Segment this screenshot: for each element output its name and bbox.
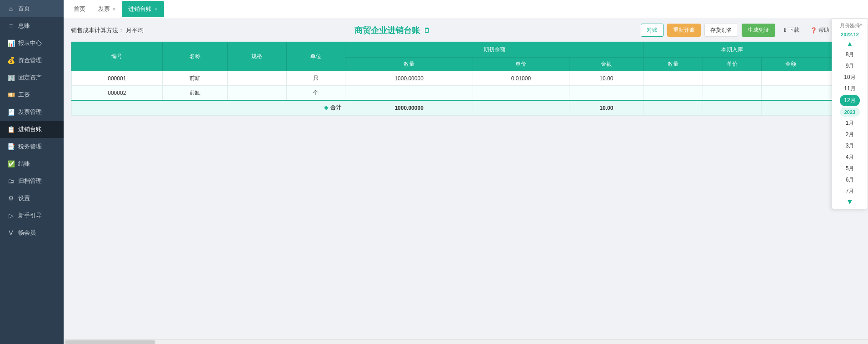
sidebar-item-label: 税务管理 (18, 143, 42, 151)
maximize-button[interactable]: ⤢ (857, 22, 863, 29)
help-label: 帮助 (818, 26, 829, 34)
cell-name: 前缸 (162, 86, 227, 101)
sidebar-item-jinxiao[interactable]: 📋 进销台账 (0, 121, 64, 138)
table-row: 000001 前缸 只 1000.00000 0.01000 10.00 (72, 71, 860, 86)
cell-inbound-amount (762, 86, 820, 101)
dui-zhang-button[interactable]: 对账 (641, 24, 663, 37)
cell-inbound-amount (762, 71, 820, 86)
total-inbound-amount (762, 100, 820, 115)
tabs-bar: 首页 发票 × 进销台账 × (64, 0, 868, 18)
sidebar-item-member[interactable]: V 畅会员 (0, 224, 64, 241)
sidebar-item-label: 资金管理 (18, 56, 42, 64)
total-opening-qty: 1000.00000 (345, 100, 473, 115)
scrollbar-thumb[interactable] (65, 340, 155, 344)
col-header-opening: 期初余额 (345, 42, 644, 58)
tab-invoice-label: 发票 (98, 5, 110, 13)
total-icon: ◈ (324, 104, 328, 111)
ledger-icon: ≡ (7, 22, 15, 29)
month-item-2023-6[interactable]: 6月 (832, 174, 868, 186)
cell-opening-amount (569, 86, 644, 101)
cell-inbound-qty (644, 86, 703, 101)
month-nav-up[interactable]: ▲ (846, 39, 853, 49)
month-item-12[interactable]: 12月 (840, 95, 860, 106)
tab-invoice[interactable]: 发票 × (92, 1, 122, 17)
cost-method: 销售成本计算方法： 月平均 (71, 26, 144, 34)
tax-icon: 📑 (7, 143, 15, 150)
window-controls: × ⤢ (850, 22, 863, 29)
total-opening-amount: 10.00 (569, 100, 644, 115)
cell-opening-qty (345, 86, 473, 101)
col-header-inbound: 本期入库 (644, 42, 820, 58)
sidebar-item-settle[interactable]: ✅ 结账 (0, 155, 64, 172)
download-button[interactable]: ⬇ 下载 (779, 24, 803, 36)
sidebar-item-report[interactable]: 📊 报表中心 (0, 34, 64, 52)
tab-invoice-close[interactable]: × (113, 6, 115, 12)
sidebar-item-funds[interactable]: 💰 资金管理 (0, 52, 64, 69)
sidebar-item-archive[interactable]: 🗂 归档管理 (0, 172, 64, 190)
tab-jinxiao-close[interactable]: × (155, 6, 157, 12)
cell-id: 000001 (72, 71, 163, 86)
horizontal-scrollbar[interactable] (64, 339, 868, 344)
tab-jinxiao[interactable]: 进销台账 × (122, 1, 164, 17)
table-total-row: ◈ 合计 1000.00000 10.00 (72, 100, 860, 115)
generate-voucher-button[interactable]: 生成凭证 (742, 24, 775, 37)
month-nav-down[interactable]: ▼ (846, 197, 853, 207)
sidebar-item-wages[interactable]: 💴 工资 (0, 86, 64, 103)
cell-inbound-price (703, 71, 761, 86)
month-item-2023-2[interactable]: 2月 (832, 129, 868, 140)
sidebar-item-home[interactable]: ⌂ 首页 (0, 0, 64, 17)
month-item-2023-7[interactable]: 7月 (832, 186, 868, 197)
month-item-8[interactable]: 8月 (832, 49, 868, 60)
col-header-name: 名称 (162, 42, 227, 71)
month-item-2023-4[interactable]: 4月 (832, 152, 868, 163)
help-button[interactable]: ❓ 帮助 (807, 24, 833, 36)
toolbar: 对账 重新开账 存货别名 生成凭证 ⬇ 下载 ❓ 帮助 ↻ 刷新 (641, 24, 861, 37)
cell-name: 前缸 (162, 71, 227, 86)
download-label: 下载 (788, 26, 799, 34)
month-item-2023-5[interactable]: 5月 (832, 163, 868, 174)
cell-opening-amount: 10.00 (569, 71, 644, 86)
invoice-icon: 🧾 (7, 108, 15, 116)
month-item-11[interactable]: 11月 (832, 83, 868, 94)
total-inbound-price (703, 100, 761, 115)
year-2023-label: 2023 (840, 108, 860, 117)
tab-home[interactable]: 首页 (67, 1, 92, 17)
sidebar-item-label: 设置 (18, 194, 30, 202)
sidebar-item-invoice[interactable]: 🧾 发票管理 (0, 103, 64, 121)
sidebar-item-tax[interactable]: 📑 税务管理 (0, 138, 64, 155)
total-opening-price (473, 100, 569, 115)
archive-icon: 🗂 (7, 177, 15, 185)
info-icon[interactable]: 🗒 (424, 27, 430, 34)
col-sub-opening-amount: 金额 (569, 58, 644, 71)
page-title-area: 商贸企业进销台账 🗒 (354, 25, 430, 36)
save-alias-button[interactable]: 存货别名 (704, 24, 738, 37)
sidebar-item-guide[interactable]: ▷ 新手引导 (0, 207, 64, 224)
month-item-9[interactable]: 9月 (832, 60, 868, 72)
sidebar-item-label: 新手引导 (18, 211, 42, 220)
sidebar-item-label: 归档管理 (18, 177, 42, 185)
month-picker-current-year: 2022.12 (841, 31, 859, 39)
sidebar-item-settings[interactable]: ⚙ 设置 (0, 190, 64, 207)
reopen-button[interactable]: 重新开账 (667, 24, 701, 37)
month-item-2023-1[interactable]: 1月 (832, 118, 868, 129)
col-header-spec: 规格 (228, 42, 286, 71)
col-header-id: 编号 (72, 42, 163, 71)
month-item-2023-3[interactable]: 3月 (832, 140, 868, 152)
sidebar-item-assets[interactable]: 🏢 固定资产 (0, 69, 64, 86)
month-item-10[interactable]: 10月 (832, 72, 868, 83)
sidebar-item-label: 报表中心 (18, 39, 42, 47)
close-button[interactable]: × (850, 22, 853, 29)
cell-inbound-qty (644, 71, 703, 86)
settle-icon: ✅ (7, 160, 15, 167)
main-area: 首页 发票 × 进销台账 × × ⤢ 销售成本计算方法： 月平均 商贸企业进销台… (64, 0, 868, 344)
help-icon: ❓ (810, 27, 817, 34)
sidebar-item-label: 发票管理 (18, 108, 42, 116)
cell-opening-qty: 1000.00000 (345, 71, 473, 86)
total-inbound-qty (644, 100, 703, 115)
table-row: 000002 前缸 个 (72, 86, 860, 101)
cell-unit: 只 (286, 71, 345, 86)
sidebar-item-label: 固定资产 (18, 74, 42, 82)
cell-opening-price (473, 86, 569, 101)
sidebar-item-ledger[interactable]: ≡ 总账 (0, 17, 64, 34)
report-icon: 📊 (7, 39, 15, 47)
